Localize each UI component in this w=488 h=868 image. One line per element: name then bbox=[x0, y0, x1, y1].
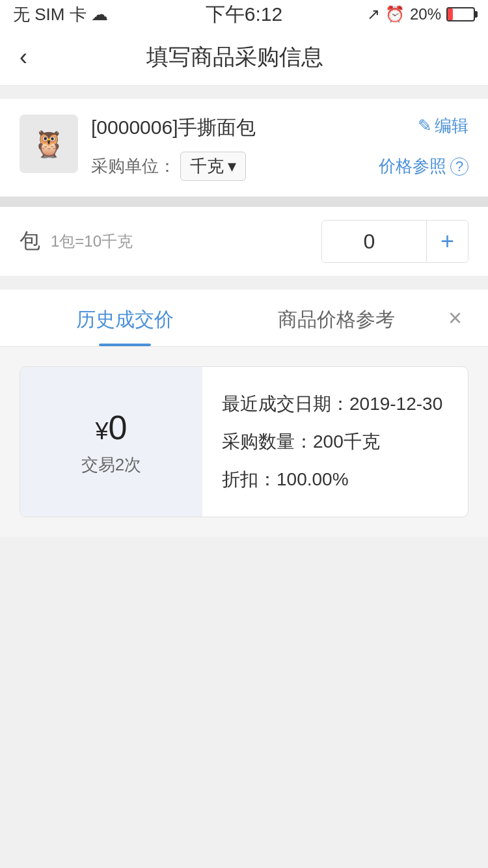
tab-close-button[interactable]: × bbox=[442, 298, 468, 338]
purchase-quantity-value: 200千克 bbox=[313, 431, 380, 452]
price-ref-button[interactable]: 价格参照 ? bbox=[379, 155, 468, 178]
unit-conversion-note: 1包=10千克 bbox=[51, 231, 321, 252]
edit-label: 编辑 bbox=[435, 115, 468, 137]
price-ref-label: 价格参照 bbox=[379, 155, 446, 178]
product-info: [0000006]手撕面包 ✎ 编辑 采购单位： 千克 ▾ 价格参照 ? bbox=[91, 115, 468, 181]
edit-icon: ✎ bbox=[418, 116, 432, 136]
tabs-container: 历史成交价 商品价格参考 × ¥0 交易2次 最近成交日期：2019-12-30… bbox=[0, 290, 488, 537]
tab-product-price-ref[interactable]: 商品价格参考 bbox=[230, 290, 441, 346]
product-title-row: [0000006]手撕面包 ✎ 编辑 bbox=[91, 115, 468, 141]
battery-percent: 20% bbox=[410, 5, 441, 23]
status-time: 下午6:12 bbox=[206, 1, 282, 28]
history-card: ¥0 交易2次 最近成交日期：2019-12-30 采购数量：200千克 折扣：… bbox=[20, 366, 468, 517]
edit-button[interactable]: ✎ 编辑 bbox=[418, 115, 468, 137]
product-card: 🦉 [0000006]手撕面包 ✎ 编辑 采购单位： 千克 ▾ bbox=[0, 99, 488, 197]
purchase-quantity-row: 采购数量：200千克 bbox=[222, 428, 448, 455]
product-name: [0000006]手撕面包 bbox=[91, 115, 256, 141]
nav-bar: ‹ 填写商品采购信息 bbox=[0, 29, 488, 86]
history-price-section: ¥0 交易2次 bbox=[20, 367, 202, 517]
main-content bbox=[0, 537, 488, 868]
tab-history-price[interactable]: 历史成交价 bbox=[20, 290, 230, 346]
recent-date-row: 最近成交日期：2019-12-30 bbox=[222, 390, 448, 418]
purchase-quantity-label: 采购数量： bbox=[222, 431, 313, 452]
unit-row: 采购单位： 千克 ▾ 价格参照 ? bbox=[91, 152, 468, 181]
unit-value: 千克 bbox=[190, 155, 224, 178]
discount-value: 100.00% bbox=[277, 469, 349, 489]
unit-badge: 包 bbox=[20, 227, 40, 256]
quantity-plus-button[interactable]: + bbox=[426, 221, 468, 262]
battery-icon bbox=[446, 7, 475, 21]
tabs-header: 历史成交价 商品价格参考 × bbox=[0, 290, 488, 347]
location-icon: ↗ bbox=[367, 5, 380, 23]
unit-label: 采购单位： 千克 ▾ bbox=[91, 152, 246, 181]
price-value: 0 bbox=[109, 409, 128, 446]
alarm-icon: ⏰ bbox=[385, 5, 405, 23]
trade-count: 交易2次 bbox=[81, 454, 141, 476]
status-bar: 无 SIM 卡 ☁ 下午6:12 ↗ ⏰ 20% bbox=[0, 0, 488, 29]
history-price: ¥0 bbox=[96, 408, 128, 447]
dropdown-arrow-icon: ▾ bbox=[228, 156, 236, 176]
discount-label: 折扣： bbox=[222, 469, 277, 489]
product-thumbnail: 🦉 bbox=[20, 115, 78, 173]
product-header: 🦉 [0000006]手撕面包 ✎ 编辑 采购单位： 千克 ▾ bbox=[20, 115, 468, 181]
quantity-input[interactable] bbox=[322, 221, 426, 262]
quantity-row: 包 1包=10千克 + bbox=[0, 207, 488, 277]
history-content: ¥0 交易2次 最近成交日期：2019-12-30 采购数量：200千克 折扣：… bbox=[0, 347, 488, 537]
unit-select[interactable]: 千克 ▾ bbox=[180, 152, 246, 181]
status-left: 无 SIM 卡 ☁ bbox=[13, 3, 108, 26]
back-button[interactable]: ‹ bbox=[20, 37, 40, 77]
product-thumbnail-icon: 🦉 bbox=[33, 129, 65, 159]
status-right: ↗ ⏰ 20% bbox=[367, 5, 475, 23]
page-title: 填写商品采购信息 bbox=[40, 42, 429, 72]
price-ref-help-icon: ? bbox=[450, 157, 468, 176]
section-divider bbox=[0, 197, 488, 207]
unit-label-text: 采购单位： bbox=[91, 156, 176, 176]
discount-row: 折扣：100.00% bbox=[222, 466, 448, 493]
history-detail-section: 最近成交日期：2019-12-30 采购数量：200千克 折扣：100.00% bbox=[202, 367, 468, 517]
quantity-input-wrapper: + bbox=[321, 220, 468, 263]
yen-symbol: ¥ bbox=[96, 418, 109, 444]
recent-date-value: 2019-12-30 bbox=[349, 394, 442, 414]
signal-text: 无 SIM 卡 ☁ bbox=[13, 3, 108, 26]
recent-date-label: 最近成交日期： bbox=[222, 394, 349, 414]
